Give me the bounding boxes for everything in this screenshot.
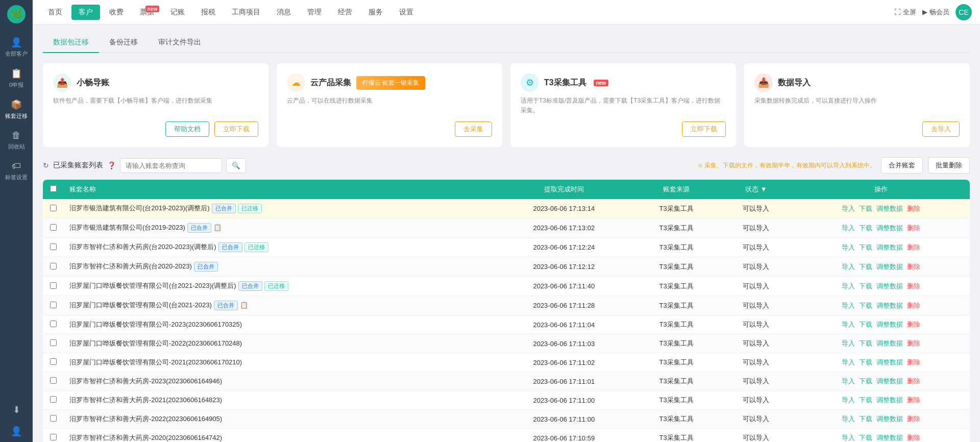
row-action-调整数据[interactable]: 调整数据 — [876, 415, 903, 423]
row-checkbox[interactable] — [50, 434, 57, 440]
row-action-下载[interactable]: 下载 — [859, 434, 872, 441]
row-action-删除[interactable]: 删除 — [907, 321, 920, 328]
row-checkbox[interactable] — [50, 339, 57, 346]
row-action-下载[interactable]: 下载 — [859, 302, 872, 309]
row-checkbox[interactable] — [50, 396, 57, 403]
sidebar-item-tag-settings[interactable]: 🏷 标签设置 — [0, 156, 33, 186]
sidebar-item-zero-report[interactable]: 📋 0申报 — [0, 63, 33, 94]
row-action-调整数据[interactable]: 调整数据 — [876, 205, 903, 212]
nav-accounting[interactable]: 记账 — [163, 5, 192, 20]
row-action-调整数据[interactable]: 调整数据 — [876, 224, 903, 232]
row-action-下载[interactable]: 下载 — [859, 358, 872, 366]
search-input[interactable] — [120, 158, 222, 173]
row-checkbox[interactable] — [50, 205, 57, 211]
row-action-下载[interactable]: 下载 — [859, 205, 872, 212]
download-now-button[interactable]: 立即下载 — [214, 121, 258, 137]
merge-account-button[interactable]: 合并账套 — [881, 157, 923, 174]
row-action-删除[interactable]: 删除 — [907, 302, 920, 309]
refresh-icon[interactable]: ↻ — [43, 161, 49, 169]
go-collect-button[interactable]: 去采集 — [455, 121, 492, 137]
nav-home[interactable]: 首页 — [41, 5, 69, 20]
row-action-删除[interactable]: 删除 — [907, 282, 920, 290]
row-action-删除[interactable]: 删除 — [907, 396, 920, 404]
row-checkbox[interactable] — [50, 321, 57, 327]
tab-backup-migrate[interactable]: 备份迁移 — [99, 33, 148, 53]
row-action-调整数据[interactable]: 调整数据 — [876, 243, 903, 251]
row-checkbox[interactable] — [50, 358, 57, 365]
row-action-下载[interactable]: 下载 — [859, 377, 872, 385]
row-action-删除[interactable]: 删除 — [907, 205, 920, 212]
help-doc-button[interactable]: 帮助文档 — [165, 121, 209, 137]
table-help-icon[interactable]: ❓ — [107, 161, 116, 169]
nav-settings[interactable]: 设置 — [392, 5, 421, 20]
row-action-下载[interactable]: 下载 — [859, 415, 872, 423]
row-action-导入[interactable]: 导入 — [842, 243, 855, 251]
row-action-调整数据[interactable]: 调整数据 — [876, 377, 903, 385]
sidebar-item-user[interactable]: 👤 — [11, 421, 22, 442]
search-button[interactable]: 🔍 — [226, 158, 246, 173]
cloud-one-click-button[interactable]: 柠檬云 账套一键采集 — [356, 76, 425, 90]
row-action-下载[interactable]: 下载 — [859, 263, 872, 271]
app-logo[interactable]: 🌿 — [7, 5, 26, 23]
row-checkbox[interactable] — [50, 224, 57, 231]
row-action-调整数据[interactable]: 调整数据 — [876, 282, 903, 290]
row-action-调整数据[interactable]: 调整数据 — [876, 358, 903, 366]
row-action-调整数据[interactable]: 调整数据 — [876, 263, 903, 271]
fullscreen-button[interactable]: ⛶ 全屏 — [894, 8, 916, 17]
row-action-下载[interactable]: 下载 — [859, 339, 872, 347]
row-file-icon[interactable]: 📋 — [213, 224, 222, 231]
row-action-导入[interactable]: 导入 — [842, 434, 855, 441]
row-action-下载[interactable]: 下载 — [859, 243, 872, 251]
t3-download-button[interactable]: 立即下载 — [682, 121, 726, 137]
row-action-下载[interactable]: 下载 — [859, 282, 872, 290]
row-checkbox[interactable] — [50, 243, 57, 250]
sidebar-item-all-clients[interactable]: 👤 全部客户 — [0, 32, 33, 63]
user-avatar[interactable]: CE — [955, 4, 972, 20]
sidebar-item-recycle[interactable]: 🗑 回收站 — [0, 125, 33, 156]
row-action-下载[interactable]: 下载 — [859, 224, 872, 232]
row-action-调整数据[interactable]: 调整数据 — [876, 321, 903, 328]
sidebar-item-download[interactable]: ⬇ — [11, 399, 22, 421]
col-status[interactable]: 状态 ▼ — [720, 180, 792, 199]
row-action-导入[interactable]: 导入 — [842, 205, 855, 212]
row-action-导入[interactable]: 导入 — [842, 377, 855, 385]
row-action-删除[interactable]: 删除 — [907, 243, 920, 251]
tab-audit-export[interactable]: 审计文件导出 — [148, 33, 211, 53]
nav-invoice[interactable]: 票据 new — [133, 5, 161, 20]
row-action-下载[interactable]: 下载 — [859, 396, 872, 404]
nav-management[interactable]: 管理 — [300, 5, 329, 20]
row-action-导入[interactable]: 导入 — [842, 321, 855, 328]
row-action-导入[interactable]: 导入 — [842, 415, 855, 423]
nav-operation[interactable]: 经营 — [331, 5, 359, 20]
row-action-调整数据[interactable]: 调整数据 — [876, 396, 903, 404]
nav-tax[interactable]: 报税 — [194, 5, 223, 20]
row-checkbox[interactable] — [50, 415, 57, 422]
row-action-导入[interactable]: 导入 — [842, 358, 855, 366]
row-action-导入[interactable]: 导入 — [842, 339, 855, 347]
tab-data-migrate[interactable]: 数据包迁移 — [43, 33, 99, 53]
nav-billing[interactable]: 收费 — [102, 5, 131, 20]
nav-business[interactable]: 工商项目 — [225, 5, 267, 20]
row-action-导入[interactable]: 导入 — [842, 302, 855, 309]
batch-delete-button[interactable]: 批量删除 — [928, 157, 970, 174]
row-action-导入[interactable]: 导入 — [842, 396, 855, 404]
row-action-调整数据[interactable]: 调整数据 — [876, 434, 903, 441]
row-file-icon[interactable]: 📋 — [240, 301, 248, 309]
sidebar-item-account-migrate[interactable]: 📦 账套迁移 — [0, 94, 33, 125]
row-checkbox[interactable] — [50, 377, 57, 384]
row-checkbox[interactable] — [50, 302, 57, 308]
row-action-删除[interactable]: 删除 — [907, 415, 920, 423]
row-action-删除[interactable]: 删除 — [907, 377, 920, 385]
row-action-删除[interactable]: 删除 — [907, 339, 920, 347]
row-action-导入[interactable]: 导入 — [842, 263, 855, 271]
row-action-导入[interactable]: 导入 — [842, 282, 855, 290]
nav-message[interactable]: 消息 — [270, 5, 298, 20]
row-action-调整数据[interactable]: 调整数据 — [876, 339, 903, 347]
row-action-删除[interactable]: 删除 — [907, 434, 920, 441]
vip-button[interactable]: ▶ 畅会员 — [922, 8, 949, 17]
row-action-删除[interactable]: 删除 — [907, 358, 920, 366]
nav-service[interactable]: 服务 — [361, 5, 390, 20]
row-action-删除[interactable]: 删除 — [907, 263, 920, 271]
row-checkbox[interactable] — [50, 263, 57, 269]
row-action-删除[interactable]: 删除 — [907, 224, 920, 232]
